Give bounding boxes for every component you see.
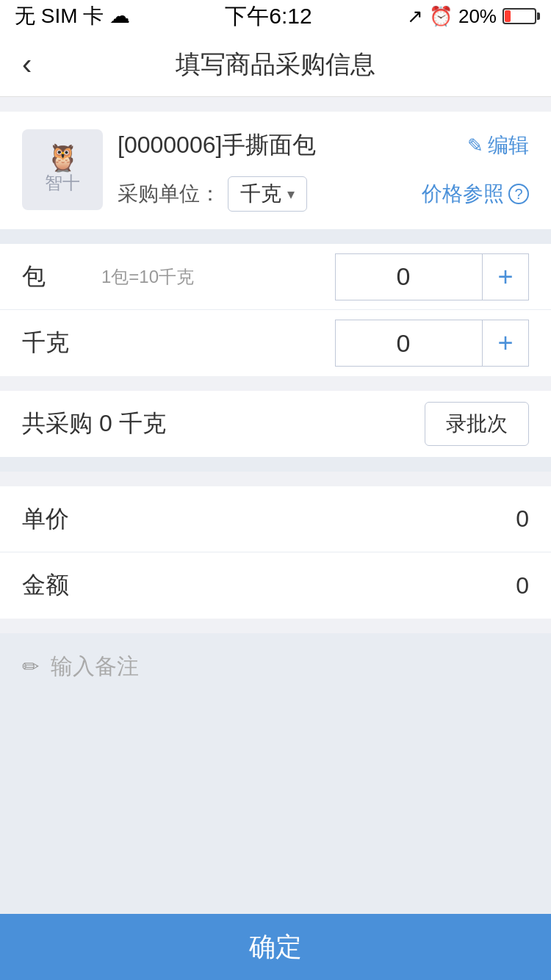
notes-placeholder: 输入备注 [51, 652, 139, 682]
bag-input-row: 包 1包=10千克 + [0, 244, 551, 310]
price-ref-label: 价格参照 [422, 180, 504, 208]
signal-text: 无 SIM 卡 ☁ [15, 2, 130, 30]
bag-qty-wrap: + [335, 253, 529, 300]
confirm-label: 确定 [249, 929, 302, 965]
unit-price-label: 单价 [22, 503, 69, 536]
record-batch-button[interactable]: 录批次 [425, 402, 529, 446]
product-card: 🦉 智十 [0000006]手撕面包 ✎ 编辑 采购单位： 千克 ▾ 价格参照 … [0, 112, 551, 229]
kg-label: 千克 [22, 327, 96, 359]
summary-text: 共采购 0 千克 [22, 408, 166, 440]
amount-value: 0 [516, 572, 529, 599]
section-divider-2 [0, 457, 551, 472]
product-thumbnail: 🦉 智十 [22, 129, 103, 210]
edit-label: 编辑 [488, 131, 529, 159]
bag-qty-input[interactable] [335, 253, 482, 300]
unit-price-value: 0 [516, 505, 529, 533]
unit-value: 千克 [240, 180, 281, 208]
unit-select[interactable]: 千克 ▾ [228, 176, 307, 212]
price-section: 单价 0 金额 0 [0, 486, 551, 619]
status-bar: 无 SIM 卡 ☁ 下午6:12 ↗ ⏰ 20% [0, 0, 551, 32]
battery-icon [503, 8, 536, 24]
brand-icon: 🦉 [46, 145, 79, 171]
pencil-icon: ✏ [22, 655, 39, 679]
product-name: [0000006]手撕面包 [118, 129, 316, 162]
nav-bar: ‹ 填写商品采购信息 [0, 32, 551, 97]
amount-label: 金额 [22, 569, 69, 602]
product-name-row: [0000006]手撕面包 ✎ 编辑 [118, 129, 529, 162]
edit-button[interactable]: ✎ 编辑 [467, 131, 529, 159]
bottom-space [0, 699, 551, 920]
page-title: 填写商品采购信息 [176, 48, 375, 82]
alarm-icon: ⏰ [429, 5, 453, 28]
confirm-button[interactable]: 确定 [0, 914, 551, 980]
amount-row: 金额 0 [0, 552, 551, 619]
back-button[interactable]: ‹ [22, 48, 32, 81]
product-unit-row: 采购单位： 千克 ▾ 价格参照 ? [118, 176, 529, 212]
status-left: 无 SIM 卡 ☁ [15, 2, 130, 30]
bag-sublabel: 1包=10千克 [101, 265, 194, 289]
battery-percent: 20% [458, 5, 497, 28]
input-section: 包 1包=10千克 + 千克 + [0, 244, 551, 376]
bag-plus-button[interactable]: + [482, 253, 529, 300]
brand-text: 智十 [45, 171, 80, 195]
notes-section[interactable]: ✏ 输入备注 [0, 633, 551, 699]
help-icon: ? [508, 184, 529, 204]
location-icon: ↗ [407, 5, 423, 28]
kg-qty-wrap: + [335, 320, 529, 367]
section-divider-1 [0, 229, 551, 244]
unit-label: 采购单位： [118, 180, 220, 208]
bag-label: 包 [22, 261, 96, 293]
product-info: [0000006]手撕面包 ✎ 编辑 采购单位： 千克 ▾ 价格参照 ? [118, 129, 529, 212]
status-right: ↗ ⏰ 20% [407, 5, 536, 28]
chevron-down-icon: ▾ [287, 185, 295, 203]
status-time: 下午6:12 [225, 1, 311, 32]
price-ref-button[interactable]: 价格参照 ? [422, 180, 529, 208]
edit-icon: ✎ [467, 134, 483, 157]
kg-input-row: 千克 + [0, 310, 551, 376]
kg-plus-button[interactable]: + [482, 320, 529, 367]
summary-row: 共采购 0 千克 录批次 [0, 391, 551, 457]
kg-qty-input[interactable] [335, 320, 482, 367]
unit-price-row: 单价 0 [0, 486, 551, 552]
summary-section: 共采购 0 千克 录批次 [0, 391, 551, 457]
